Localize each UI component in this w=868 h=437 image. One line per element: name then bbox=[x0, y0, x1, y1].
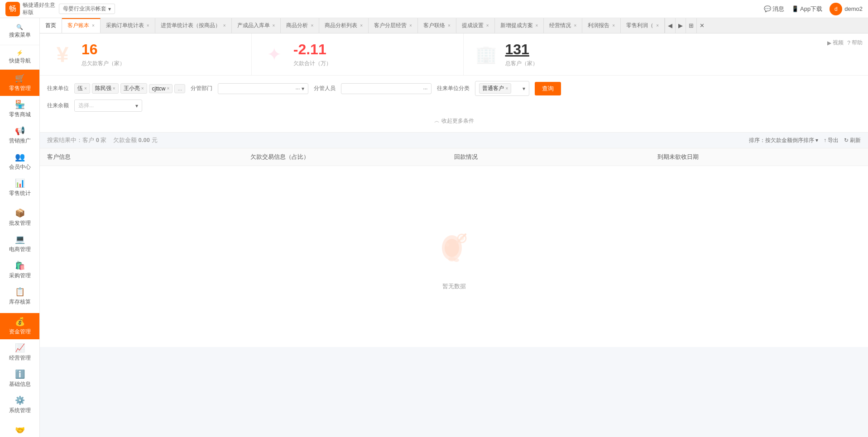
tab-close-goods-analysis-list[interactable]: × bbox=[360, 23, 363, 28]
sidebar-item-retail-stat[interactable]: 📊 零售统计 bbox=[0, 175, 39, 201]
main-layout: 🔍 搜索菜单 ⚡ 快捷导航 🛒 零售管理 🏪 零售商城 📢 营销推广 👥 会员中… bbox=[0, 18, 868, 437]
tab-profit-report[interactable]: 利润报告 × bbox=[582, 18, 621, 33]
person-select[interactable]: ··· bbox=[341, 83, 432, 94]
category-select[interactable]: 普通客户 × ▾ bbox=[475, 81, 529, 96]
sidebar-item-inventory[interactable]: 📋 库存核算 bbox=[0, 283, 39, 309]
remove-tag-1[interactable]: × bbox=[84, 86, 87, 91]
tab-home[interactable]: 首页 bbox=[40, 18, 62, 33]
tab-retail-profit[interactable]: 零售利润（ × bbox=[621, 18, 665, 33]
category-down-icon: ▾ bbox=[523, 86, 525, 92]
stat-value-overdue-customers: 16 bbox=[82, 41, 242, 58]
sidebar-item-finance[interactable]: 💰 资金管理 bbox=[0, 313, 39, 339]
remove-cat-1[interactable]: × bbox=[505, 86, 508, 91]
tab-ops-status[interactable]: 经营情况 × bbox=[544, 18, 582, 33]
search-result-info: 搜索结果中：客户 0 家 欠款金额 0.00 元 bbox=[47, 136, 158, 144]
category-tags: 普通客户 × bbox=[479, 83, 521, 94]
sidebar-item-retail[interactable]: 🛒 零售管理 bbox=[0, 70, 39, 96]
top-bar-right: 💬 消息 📱 App下载 d demo2 bbox=[764, 3, 863, 15]
tab-cost-in[interactable]: 产成品入库单 × bbox=[232, 18, 281, 33]
tab-goods-analysis[interactable]: 商品分析 × bbox=[281, 18, 319, 33]
content-area: 首页 客户账本 × 采购订单统计表 × 进货单统计表（按商品） × 产成品入库单… bbox=[40, 18, 868, 437]
remove-tag-4[interactable]: × bbox=[167, 86, 170, 91]
tab-close-retail-profit[interactable]: × bbox=[656, 23, 659, 28]
filter-tag-4: cjttcw × bbox=[149, 84, 173, 93]
tab-goods-analysis-list[interactable]: 商品分析列表 × bbox=[319, 18, 369, 33]
sidebar-item-basic[interactable]: ℹ️ 基础信息 bbox=[0, 366, 39, 392]
member-icon: 👥 bbox=[15, 152, 25, 162]
tab-close-customer-book[interactable]: × bbox=[92, 23, 95, 28]
refresh-btn[interactable]: ↻ 刷新 bbox=[844, 137, 861, 144]
filter-area: 往来单位 伍 × 陈民强 × 王小亮 × bbox=[40, 76, 868, 133]
tab-customer-tier[interactable]: 客户分层经营 × bbox=[369, 18, 418, 33]
tab-close-profit-report[interactable]: × bbox=[612, 23, 615, 28]
tab-close-customer-connect[interactable]: × bbox=[448, 23, 451, 28]
tab-customer-connect[interactable]: 客户联络 × bbox=[418, 18, 456, 33]
video-icon: ▶ bbox=[827, 40, 831, 46]
app-download-btn[interactable]: 📱 App下载 bbox=[791, 5, 822, 13]
tab-close-ops-status[interactable]: × bbox=[574, 23, 576, 28]
tab-stock-stat[interactable]: 进货单统计表（按商品） × bbox=[155, 18, 232, 33]
tab-close-purchase-order[interactable]: × bbox=[147, 23, 149, 28]
tab-close-stock-stat[interactable]: × bbox=[223, 23, 226, 28]
stat-icon-overdue-customers: ¥ bbox=[49, 41, 76, 68]
demo-select[interactable]: 母婴行业演示帐套 ▾ bbox=[59, 4, 115, 14]
message-btn[interactable]: 💬 消息 bbox=[764, 5, 784, 13]
filter-row-2: 往来余额 选择... ▾ bbox=[47, 100, 861, 112]
export-btn[interactable]: ↑ 导出 bbox=[824, 137, 839, 144]
stat-overdue-customers: ¥ 16 总欠款客户（家） bbox=[40, 33, 252, 75]
enterprise-icon: 🤝 bbox=[15, 425, 25, 435]
filter-tags-unit: 伍 × 陈民强 × 王小亮 × cjttcw × bbox=[74, 83, 185, 94]
sidebar-nav-section: ⚡ 快捷导航 bbox=[0, 45, 39, 70]
stat-info-overdue-amount: -2.11 欠款合计（万） bbox=[293, 41, 454, 67]
export-icon: ↑ bbox=[824, 137, 826, 143]
logo-icon: 畅 bbox=[5, 2, 20, 16]
balance-select[interactable]: 选择... ▾ bbox=[74, 100, 142, 112]
tab-customer-book[interactable]: 客户账本 × bbox=[62, 18, 101, 33]
quick-nav-btn[interactable]: ⚡ 快捷导航 bbox=[0, 47, 39, 67]
dept-select[interactable]: ··· ▾ bbox=[218, 83, 308, 94]
dept-more-icon: ··· bbox=[295, 86, 300, 92]
sidebar-item-ecommerce[interactable]: 💻 电商管理 bbox=[0, 231, 39, 257]
tab-nav-close-all-btn[interactable]: ✕ bbox=[696, 18, 707, 33]
sidebar-item-purchase[interactable]: 🛍️ 采购管理 bbox=[0, 257, 39, 283]
sort-select[interactable]: 排序：按欠款金额倒序排序 ▾ bbox=[749, 137, 818, 144]
tab-nav-right-btn[interactable]: ▶ bbox=[675, 18, 686, 33]
tab-new-reminder[interactable]: 新增提成方案 × bbox=[495, 18, 544, 33]
tab-nav-left-btn[interactable]: ◀ bbox=[665, 18, 675, 33]
category-tag-1: 普通客户 × bbox=[479, 83, 511, 94]
search-menu-btn[interactable]: 🔍 搜索菜单 bbox=[4, 22, 36, 41]
tab-reminder-setting[interactable]: 提成设置 × bbox=[456, 18, 495, 33]
tab-close-goods-analysis[interactable]: × bbox=[311, 23, 313, 28]
sidebar-item-operation[interactable]: 📈 经营管理 bbox=[0, 339, 39, 366]
sidebar-item-member[interactable]: 👥 会员中心 bbox=[0, 148, 39, 175]
logo-text: 畅捷通好生意 标版 bbox=[23, 2, 55, 16]
table-col-customer: 客户信息 bbox=[47, 153, 250, 161]
tab-close-customer-tier[interactable]: × bbox=[409, 23, 412, 28]
sidebar-item-retail-mall[interactable]: 🏪 零售商城 bbox=[0, 96, 39, 122]
search-icon: 🔍 bbox=[16, 24, 23, 30]
system-icon: ⚙️ bbox=[15, 395, 25, 405]
user-area[interactable]: d demo2 bbox=[830, 3, 863, 15]
video-help-btn[interactable]: ▶ 视频 bbox=[827, 39, 844, 47]
filter-tag-more[interactable]: ... bbox=[174, 84, 185, 93]
refresh-icon: ↻ bbox=[844, 137, 849, 143]
sidebar-item-wholesale[interactable]: 📦 批发管理 bbox=[0, 204, 39, 231]
stat-icon-total-customers: 🏢 bbox=[473, 41, 500, 68]
table-body: 暂无数据 bbox=[40, 166, 868, 347]
top-bar-left: 畅 畅捷通好生意 标版 母婴行业演示帐套 ▾ bbox=[5, 2, 115, 16]
tab-nav-expand-btn[interactable]: ⊞ bbox=[686, 18, 696, 33]
remove-tag-3[interactable]: × bbox=[141, 86, 144, 91]
tab-close-cost-in[interactable]: × bbox=[273, 23, 275, 28]
filter-tag-3: 王小亮 × bbox=[120, 83, 147, 94]
sidebar-item-marketing[interactable]: 📢 营销推广 bbox=[0, 122, 39, 148]
help-btn[interactable]: ? 帮助 bbox=[847, 39, 863, 47]
remove-tag-2[interactable]: × bbox=[113, 86, 115, 91]
table-col-overdue-tx: 欠款交易信息（占比） bbox=[250, 153, 454, 161]
sidebar-item-system[interactable]: ⚙️ 系统管理 bbox=[0, 392, 39, 418]
tab-close-reminder-setting[interactable]: × bbox=[486, 23, 489, 28]
tab-close-new-reminder[interactable]: × bbox=[536, 23, 538, 28]
query-button[interactable]: 查询 bbox=[535, 82, 561, 95]
collapse-btn[interactable]: ︿ 收起更多条件 bbox=[431, 115, 478, 127]
tab-purchase-order[interactable]: 采购订单统计表 × bbox=[101, 18, 155, 33]
sidebar-item-enterprise[interactable]: 🤝 企业协同 bbox=[0, 422, 39, 437]
